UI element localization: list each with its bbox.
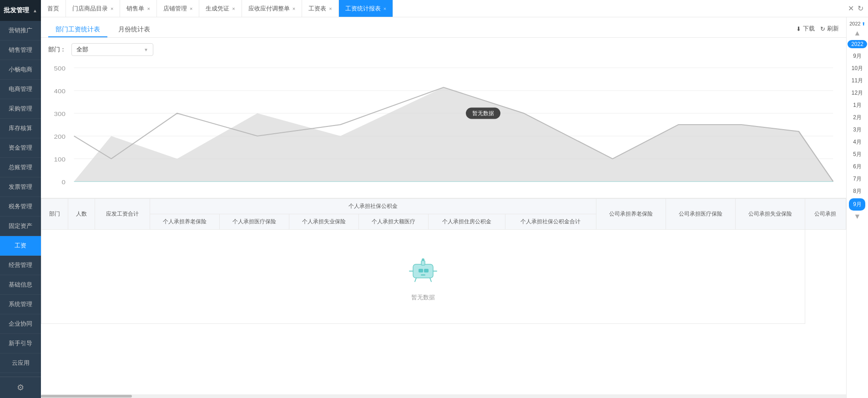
tab-close-icon[interactable]: × <box>329 6 332 11</box>
svg-rect-16 <box>421 261 425 265</box>
tab-工资统计报表[interactable]: 工资统计报表× <box>339 0 393 17</box>
th-personal-social: 个人承担社保公积金 <box>150 199 596 214</box>
timeline-header: 2022 ⬆ <box>849 19 865 28</box>
tab-首页[interactable]: 首页 <box>41 0 66 17</box>
tab-店铺管理[interactable]: 店铺管理× <box>157 0 199 17</box>
sidebar-item-云应用[interactable]: 云应用 <box>0 353 41 373</box>
table-header-row1: 部门 人数 应发工资合计 个人承担社保公积金 公司承担养老保险 公司承担医疗保险… <box>41 199 846 214</box>
department-select-value: 全部 <box>76 45 88 54</box>
tab-close-icon[interactable]: × <box>111 6 113 11</box>
sub-tab-部门工资统计表[interactable]: 部门工资统计表 <box>48 23 107 37</box>
empty-robot-icon <box>405 252 441 288</box>
sub-tabs-bar: 部门工资统计表月份统计表 ⬇ 下载 ↻ 刷新 <box>41 17 846 38</box>
tab-门店商品目录[interactable]: 门店商品目录× <box>66 0 120 17</box>
sidebar-item-库存核算[interactable]: 库存核算 <box>0 119 41 138</box>
svg-rect-15 <box>421 274 425 276</box>
timeline-month-4月[interactable]: 4月 <box>848 136 867 148</box>
sidebar-item-固定资产[interactable]: 固定资产 <box>0 217 41 236</box>
svg-line-20 <box>415 278 416 282</box>
timeline-month-10月[interactable]: 10月 <box>848 62 867 75</box>
tab-生成凭证[interactable]: 生成凭证× <box>199 0 242 17</box>
download-button[interactable]: ⬇ 下载 <box>796 25 815 33</box>
timeline-month-5月[interactable]: 5月 <box>848 148 867 161</box>
timeline-year-arrow-icon: ⬆ <box>862 21 865 26</box>
chart-area-fill <box>74 87 833 181</box>
svg-text:100: 100 <box>54 156 66 162</box>
th-personal-unemployment: 个人承担失业保险 <box>289 214 359 230</box>
horizontal-scrollbar[interactable] <box>41 394 846 398</box>
department-select[interactable]: 全部 ▼ <box>71 43 153 56</box>
sub-tab-月份统计表[interactable]: 月份统计表 <box>111 23 157 37</box>
timeline-month-6月[interactable]: 6月 <box>848 161 867 173</box>
svg-text:400: 400 <box>54 88 66 94</box>
sidebar-item-工资[interactable]: 工资 <box>0 236 41 256</box>
svg-point-17 <box>422 258 424 261</box>
tab-close-icon[interactable]: × <box>190 6 192 11</box>
sidebar-item-基础信息[interactable]: 基础信息 <box>0 275 41 295</box>
th-company-pension: 公司承担养老保险 <box>596 199 666 230</box>
data-table: 部门 人数 应发工资合计 个人承担社保公积金 公司承担养老保险 公司承担医疗保险… <box>41 198 846 324</box>
sidebar-item-企业协同[interactable]: 企业协同 <box>0 314 41 334</box>
sidebar-item-销售管理[interactable]: 销售管理 <box>0 40 41 60</box>
timeline-month-1月[interactable]: 1月 <box>848 99 867 111</box>
th-company-other: 公司承担 <box>805 199 846 230</box>
sidebar-item-小畅电商[interactable]: 小畅电商 <box>0 60 41 80</box>
sidebar-item-系统管理[interactable]: 系统管理 <box>0 295 41 314</box>
timeline-up-icon[interactable]: ▲ <box>854 28 861 38</box>
tab-工资表[interactable]: 工资表× <box>302 0 338 17</box>
timeline-month-7月[interactable]: 7月 <box>848 173 867 185</box>
timeline-month-9月[interactable]: 9月 <box>849 198 865 211</box>
svg-rect-14 <box>424 269 429 272</box>
sidebar-item-发票管理[interactable]: 发票管理 <box>0 177 41 197</box>
timeline-month-11月[interactable]: 11月 <box>848 75 867 87</box>
th-personal-pension: 个人承担养老保险 <box>150 214 220 230</box>
chart-tooltip: 暂无数据 <box>466 108 500 119</box>
svg-line-21 <box>430 278 431 282</box>
tab-应收应付调整单[interactable]: 应收应付调整单× <box>242 0 302 17</box>
sidebar-item-新手引导[interactable]: 新手引导 <box>0 334 41 353</box>
sidebar-item-电商管理[interactable]: 电商管理 <box>0 80 41 99</box>
sidebar-item-税务管理[interactable]: 税务管理 <box>0 197 41 217</box>
scrollbar-thumb[interactable] <box>41 395 132 398</box>
page-content: 部门工资统计表月份统计表 ⬇ 下载 ↻ 刷新 部门： 全部 <box>41 17 846 398</box>
timeline-month-3月[interactable]: 3月 <box>848 124 867 136</box>
tab-close-icon[interactable]: × <box>384 6 386 11</box>
filter-label: 部门： <box>48 45 66 54</box>
timeline-year-2022-badge: 2022 <box>848 40 867 48</box>
sidebar-item-资金管理[interactable]: 资金管理 <box>0 138 41 158</box>
sidebar-item-总账管理[interactable]: 总账管理 <box>0 158 41 177</box>
th-department: 部门 <box>41 199 68 230</box>
sidebar-item-采购管理[interactable]: 采购管理 <box>0 99 41 119</box>
chart-container: 500 400 300 200 100 0 <box>41 61 846 198</box>
timeline-month-2月[interactable]: 2月 <box>848 111 867 124</box>
timeline-month-12月[interactable]: 12月 <box>848 87 867 99</box>
content-area: 部门工资统计表月份统计表 ⬇ 下载 ↻ 刷新 部门： 全部 <box>41 17 868 398</box>
timeline-month-8月[interactable]: 8月 <box>848 185 867 197</box>
sub-tabs-right: ⬇ 下载 ↻ 刷新 <box>796 25 839 35</box>
table-area[interactable]: 部门 人数 应发工资合计 个人承担社保公积金 公司承担养老保险 公司承担医疗保险… <box>41 198 846 394</box>
tab-bar-actions: ✕ ↻ <box>844 4 868 13</box>
tab-close-icon[interactable]: × <box>293 6 295 11</box>
sidebar-item-营销推广[interactable]: 营销推广 <box>0 21 41 40</box>
refresh-button[interactable]: ↻ 刷新 <box>820 25 839 33</box>
tab-bar: 首页门店商品目录×销售单×店铺管理×生成凭证×应收应付调整单×工资表×工资统计报… <box>41 0 868 17</box>
refresh-label: 刷新 <box>827 25 839 33</box>
th-company-medical: 公司承担医疗保险 <box>666 199 735 230</box>
th-personal-medical: 个人承担医疗保险 <box>220 214 289 230</box>
table-row: 暂无数据 <box>41 230 846 324</box>
chart-area: 500 400 300 200 100 0 <box>48 61 839 198</box>
timeline-month-9月[interactable]: 9月 <box>848 50 867 62</box>
sidebar-settings-button[interactable]: ⚙ <box>0 377 41 398</box>
sidebar-collapse-arrow[interactable]: ▲ <box>33 8 37 13</box>
tab-close-icon[interactable]: × <box>147 6 150 11</box>
sidebar-header[interactable]: 批发管理 ▲ <box>0 0 41 21</box>
sidebar-item-经营管理[interactable]: 经营管理 <box>0 256 41 275</box>
gear-icon: ⚙ <box>17 383 24 392</box>
chart-svg: 500 400 300 200 100 0 <box>48 61 839 198</box>
tab-销售单[interactable]: 销售单× <box>120 0 156 17</box>
close-all-icon[interactable]: ✕ <box>848 4 854 13</box>
svg-text:500: 500 <box>54 65 66 71</box>
refresh-tabs-icon[interactable]: ↻ <box>858 4 863 13</box>
timeline-down-icon[interactable]: ▼ <box>854 212 861 222</box>
tab-close-icon[interactable]: × <box>232 6 235 11</box>
